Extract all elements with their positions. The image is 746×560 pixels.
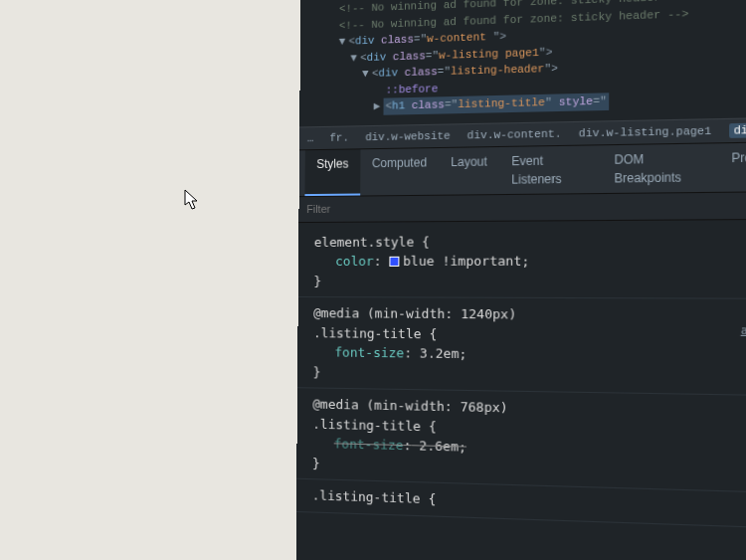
dom-class-val: listing-header bbox=[451, 63, 544, 78]
dom-class-val: w-listing page1 bbox=[439, 46, 539, 61]
tab-styles[interactable]: Styles bbox=[304, 149, 360, 196]
dom-class-val: listing-title bbox=[458, 96, 545, 110]
css-prop-name[interactable]: font-size bbox=[334, 344, 404, 360]
styles-panel: element.style { color: blue !important; … bbox=[296, 219, 746, 537]
tab-event-listeners[interactable]: Event Listeners bbox=[499, 145, 602, 194]
style-rule-media-1240[interactable]: @media (min-width: 1240px) .listing-titl… bbox=[297, 297, 746, 397]
css-prop-value[interactable]: 3.2em bbox=[420, 345, 460, 361]
css-prop-value-overridden[interactable]: 2.6em bbox=[419, 438, 459, 454]
media-query: (min-width: 1240px) bbox=[367, 305, 516, 321]
css-prop-name-overridden[interactable]: font-size bbox=[334, 436, 404, 453]
rule-selector: .listing-title bbox=[312, 416, 421, 434]
devtools-panel: ▶<div class="stickyFooterAd">…</div> ▶<d… bbox=[295, 0, 746, 560]
breadcrumb-item[interactable]: fr. bbox=[329, 131, 348, 143]
dom-selected-tag[interactable]: h1 bbox=[392, 99, 405, 111]
styles-filter-input[interactable] bbox=[306, 200, 385, 217]
style-rule-element[interactable]: element.style { color: blue !important; … bbox=[298, 223, 746, 298]
styles-tab-bar: Styles Computed Layout Event Listeners D… bbox=[299, 142, 746, 197]
breadcrumb-ellipsis[interactable]: … bbox=[307, 132, 314, 144]
css-prop-value[interactable]: blue bbox=[403, 254, 434, 269]
breadcrumb-item-selected[interactable]: div.listing-header bbox=[729, 120, 746, 137]
style-rule-media-768[interactable]: @media (min-width: 768px) .listing-title… bbox=[296, 388, 746, 493]
elements-dom-tree[interactable]: ▶<div class="stickyFooterAd">…</div> ▶<d… bbox=[299, 0, 746, 126]
dom-class-val: w-content bbox=[427, 31, 493, 45]
styles-filter-row: :hov bbox=[298, 192, 746, 223]
breadcrumb-item[interactable]: div.w-listing.page1 bbox=[579, 124, 711, 139]
rule-selector: .listing-title bbox=[313, 325, 422, 341]
rule-source-link[interactable]: a-list… bbox=[741, 322, 746, 340]
css-prop-name[interactable]: color bbox=[335, 254, 374, 269]
tab-layout[interactable]: Layout bbox=[439, 147, 499, 195]
dom-pseudo: ::before bbox=[386, 83, 439, 95]
tab-properties[interactable]: Properties bbox=[718, 142, 746, 192]
tab-computed[interactable]: Computed bbox=[360, 148, 439, 196]
mouse-cursor bbox=[184, 189, 200, 215]
media-query: (min-width: 768px) bbox=[366, 397, 508, 415]
rule-selector: .listing-title bbox=[312, 487, 421, 506]
breadcrumb-item[interactable]: div.w-content. bbox=[467, 127, 562, 141]
rule-selector: element.style bbox=[314, 234, 415, 250]
breadcrumb-item[interactable]: div.w-website bbox=[365, 129, 451, 143]
tab-dom-breakpoints[interactable]: DOM Breakpoints bbox=[602, 143, 719, 193]
color-swatch-icon[interactable] bbox=[389, 257, 399, 267]
css-important: !important bbox=[442, 254, 521, 269]
